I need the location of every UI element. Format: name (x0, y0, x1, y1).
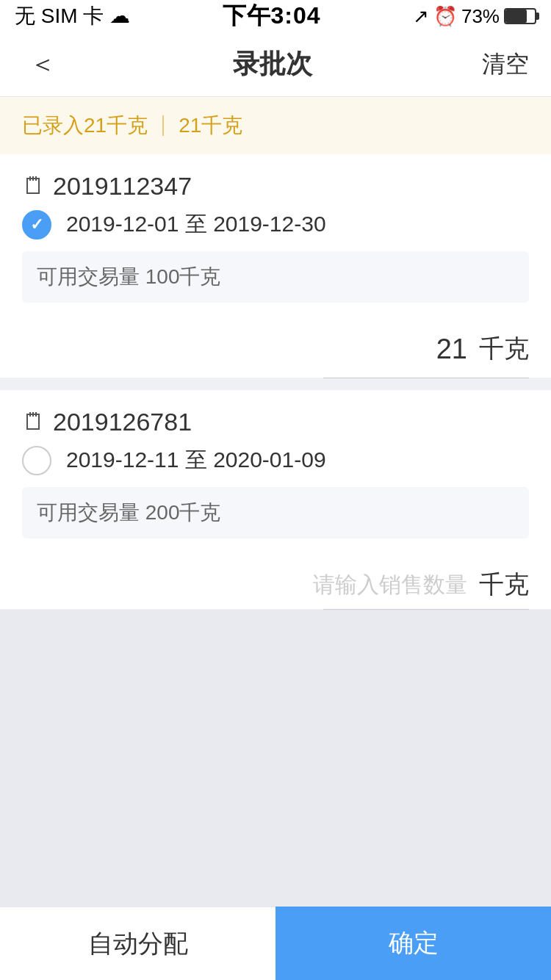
batch-date-1: 2019-12-01 至 2019-12-30 (66, 209, 326, 239)
gray-area (0, 610, 551, 907)
input-unit-2: 千克 (479, 568, 529, 602)
batch-id-2: 2019126781 (53, 408, 192, 436)
confirm-button[interactable]: 确定 (276, 907, 551, 980)
page-title: 录批次 (233, 46, 312, 82)
batch-icon-1: 🗒 (22, 173, 46, 200)
batch-icon-2: 🗒 (22, 408, 46, 436)
batch-header-1: 🗒 2019112347 (22, 172, 529, 201)
status-time: 下午3:04 (223, 0, 321, 32)
status-left: 无 SIM 卡 ☁ (15, 2, 130, 30)
status-right: ↗ ⏰ 73% (413, 5, 536, 28)
clear-button[interactable]: 清空 (482, 48, 529, 81)
batch-header-2: 🗒 2019126781 (22, 408, 529, 436)
battery-icon (504, 8, 536, 24)
input-row-2: 请输入销售数量 千克 (0, 553, 551, 609)
batch-date-2: 2019-12-11 至 2020-01-09 (66, 445, 326, 475)
batch-date-row-2: 2019-12-11 至 2020-01-09 (22, 445, 529, 475)
batch-quota-2: 可用交易量 200千克 (22, 487, 529, 538)
bottom-bar: 自动分配 确定 (0, 907, 551, 980)
radio-1[interactable] (22, 210, 51, 239)
status-bar: 无 SIM 卡 ☁ 下午3:04 ↗ ⏰ 73% (0, 0, 551, 32)
radio-2[interactable] (22, 446, 51, 475)
summary-bar: 已录入21千克 21千克 (0, 97, 551, 154)
batch-item-1: 🗒 2019112347 2019-12-01 至 2019-12-30 可用交… (0, 154, 551, 317)
summary-divider (162, 115, 164, 136)
nav-bar: ＜ 录批次 清空 (0, 32, 551, 97)
batch-item-2: 🗒 2019126781 2019-12-11 至 2020-01-09 可用交… (0, 390, 551, 553)
summary-amount: 21千克 (179, 112, 242, 140)
auto-distribute-button[interactable]: 自动分配 (0, 907, 276, 980)
quantity-row-1: 21 千克 (0, 317, 551, 378)
quantity-unit-1: 千克 (479, 332, 529, 366)
alarm-icon: ⏰ (433, 5, 457, 28)
batch-date-row-1: 2019-12-01 至 2019-12-30 (22, 209, 529, 239)
battery-percent: 73% (461, 5, 500, 28)
batch-quota-1: 可用交易量 100千克 (22, 251, 529, 303)
section-separator (0, 378, 551, 390)
quantity-value-1: 21 (436, 334, 467, 365)
input-placeholder-2: 请输入销售数量 (313, 570, 467, 600)
batch-id-1: 2019112347 (53, 172, 192, 201)
summary-label: 已录入21千克 (22, 112, 148, 140)
back-button[interactable]: ＜ (22, 39, 63, 90)
location-icon: ↗ (413, 5, 429, 28)
sim-status: 无 SIM 卡 ☁ (15, 2, 130, 30)
